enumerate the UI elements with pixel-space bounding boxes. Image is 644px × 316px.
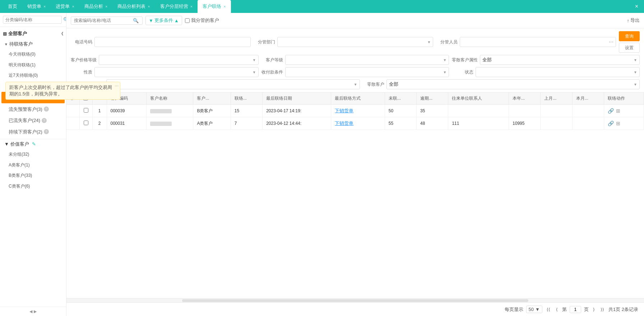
page-size-select[interactable]: 50 ▼: [526, 306, 542, 313]
nav-goods-analysis[interactable]: 商品分析 ×: [79, 0, 112, 13]
edit-icon[interactable]: ✎: [32, 141, 36, 147]
first-page-button[interactable]: ⟨⟨: [545, 306, 552, 313]
sidebar-item-lost-preview[interactable]: 流失预警客户(3) ?: [0, 104, 66, 115]
action-grid-icon[interactable]: ⊞: [616, 108, 620, 114]
sidebar-collapse-icon[interactable]: 《: [59, 31, 63, 37]
phone-input[interactable]: [94, 37, 251, 47]
query-button[interactable]: 查询: [619, 31, 640, 41]
th-action: 联络动作: [604, 93, 644, 105]
row-code: 000039: [107, 105, 147, 117]
filter-search-input[interactable]: [74, 18, 131, 23]
filter-phone: 电话号码: [71, 37, 251, 47]
dept-select[interactable]: ▼: [277, 37, 434, 47]
prev-page-button[interactable]: ⟨: [555, 306, 559, 313]
manager-dots-icon[interactable]: ···: [609, 39, 613, 45]
tooltip-box: 距客户上次交易时长，超过了此客户的平均交易周期的1.5倍，则视为异常。 ···: [5, 82, 120, 100]
sidebar-search-icon[interactable]: 🔍: [63, 17, 66, 23]
sidebar-item-ungroup[interactable]: 未分组(32): [0, 149, 66, 160]
status-select[interactable]: ▼: [476, 67, 640, 77]
manager-select[interactable]: ···: [460, 37, 616, 47]
action-buttons: 查询 设置: [619, 31, 640, 53]
h-scroll-track[interactable]: [182, 299, 529, 302]
action-link-icon[interactable]: 🔗: [608, 108, 614, 114]
table-area: ⚙ 客户编码 客户名称 客户... 联络... 最后联络日期 最后联络方式 未联…: [66, 93, 644, 298]
settings-button[interactable]: 设置: [619, 43, 640, 53]
row-code: 000031: [107, 117, 147, 130]
my-customers-checkbox[interactable]: [185, 18, 190, 23]
close-sales-icon[interactable]: ×: [43, 0, 46, 13]
retail-customer-select[interactable]: 全部 ▼: [386, 79, 640, 89]
close-customer-contact-icon[interactable]: ×: [223, 0, 226, 13]
th-customer-name[interactable]: 客户名称: [147, 93, 193, 105]
sidebar-item-tomorrow-contact[interactable]: 明天待联络(1): [0, 60, 66, 71]
sidebar-item-class-a[interactable]: A类客户(1): [0, 160, 66, 171]
row-action: 🔗 ⊞: [604, 105, 644, 117]
nav-goods-analysis-list[interactable]: 商品分析列表 ×: [112, 0, 155, 13]
filter-grid: 电话号码 分管部门 ▼ 分管人员 ···: [66, 28, 644, 93]
tooltip-close-icon[interactable]: ···: [115, 83, 119, 88]
row-checkbox[interactable]: [84, 108, 88, 113]
row-checkbox[interactable]: [84, 121, 88, 125]
customer-type-select[interactable]: ▼: [106, 79, 360, 89]
close-goods-analysis-icon[interactable]: ×: [105, 0, 107, 13]
payment-select[interactable]: ▼: [285, 67, 449, 77]
filter-search-box: 🔍: [71, 16, 143, 25]
data-table: ⚙ 客户编码 客户名称 客户... 联络... 最后联络日期 最后联络方式 未联…: [66, 93, 644, 130]
gender-select[interactable]: ▼: [94, 67, 259, 77]
row-last-month: [541, 105, 572, 117]
nav-customer-tier[interactable]: 客户分层经营 ×: [155, 0, 198, 13]
sidebar-search-container: 🔍: [0, 13, 66, 27]
th-partner-contact[interactable]: 往来单位联系人: [448, 93, 509, 105]
nav-purchase[interactable]: 进货单 ×: [51, 0, 79, 13]
arrow-down-icon: ▼: [4, 42, 8, 46]
th-contact-count[interactable]: 联络...: [231, 93, 262, 105]
th-current-month[interactable]: 本月...: [572, 93, 604, 105]
contact-method-link[interactable]: 下销货单: [335, 108, 353, 113]
sidebar-value-customer-section[interactable]: ▼ 价值客户 ✎: [0, 139, 66, 149]
customer-level-select[interactable]: ▼: [285, 55, 449, 65]
h-scroll-area[interactable]: [66, 298, 644, 302]
filter-icon: ▼: [149, 18, 153, 23]
nav-home[interactable]: 首页: [3, 0, 22, 13]
sidebar-search-input[interactable]: [3, 16, 62, 24]
sidebar-item-class-b[interactable]: B类客户(33): [0, 170, 66, 181]
close-customer-tier-icon[interactable]: ×: [190, 0, 193, 13]
filter-payment: 收付款条件 ▼: [261, 67, 449, 77]
last-page-button[interactable]: ⟩⟩: [599, 306, 606, 313]
export-button[interactable]: ↑ 导出: [627, 17, 640, 24]
th-uncontacted[interactable]: 未联...: [385, 93, 416, 105]
row-partner-contact: 111: [448, 117, 509, 130]
filter-search-icon[interactable]: 🔍: [133, 18, 139, 23]
filter-more-button[interactable]: ▼ 更多条件 ▲: [145, 16, 182, 25]
page-number-input[interactable]: [570, 306, 581, 313]
price-level-select[interactable]: ▼: [99, 55, 259, 65]
row-overdue: 48: [417, 117, 448, 130]
contact-method-link[interactable]: 下销货单: [335, 121, 353, 126]
action-link-icon[interactable]: 🔗: [608, 121, 614, 126]
sidebar-item-already-lost[interactable]: 已流失客户(24) ?: [0, 115, 66, 126]
sidebar-item-today-contact[interactable]: 今天待联络(0): [0, 49, 66, 60]
retail-attr-select[interactable]: 全部 ▼: [480, 55, 640, 65]
nav-sales[interactable]: 销货单 ×: [22, 0, 51, 13]
th-overdue[interactable]: 逾期...: [417, 93, 448, 105]
close-purchase-icon[interactable]: ×: [72, 0, 74, 13]
th-current-year[interactable]: 本年...: [509, 93, 541, 105]
next-page-button[interactable]: ⟩: [592, 306, 596, 313]
sidebar-item-week-contact[interactable]: 近7天待联络(0): [0, 70, 66, 81]
arrow-down-icon-2: ▼: [4, 141, 9, 147]
sidebar-all-customers[interactable]: ⊞ 全部客户 《: [0, 28, 66, 39]
filter-retail-attr: 零散客户属性 全部 ▼: [452, 55, 640, 65]
th-last-month[interactable]: 上月...: [541, 93, 572, 105]
sidebar-item-class-c[interactable]: C类客户(6): [0, 181, 66, 192]
sidebar-item-continuous-decline[interactable]: 持续下滑客户(2) ?: [0, 126, 66, 137]
row-contact-count: 15: [231, 105, 262, 117]
close-goods-analysis-list-icon[interactable]: ×: [148, 0, 150, 13]
table-row: 1 000039 B类客户 15 2023-04-17 14:19: 下销货单 …: [66, 105, 644, 117]
nav-customer-contact[interactable]: 客户联络 ×: [198, 0, 231, 13]
th-last-contact-date[interactable]: 最后联络日期: [263, 93, 331, 105]
action-grid-icon[interactable]: ⊞: [616, 121, 620, 126]
sidebar-section-pending[interactable]: ▼ 待联络客户: [0, 39, 66, 49]
th-last-contact-method[interactable]: 最后联络方式: [331, 93, 385, 105]
close-all-button[interactable]: ×: [632, 3, 641, 10]
th-customer-type[interactable]: 客户...: [193, 93, 231, 105]
